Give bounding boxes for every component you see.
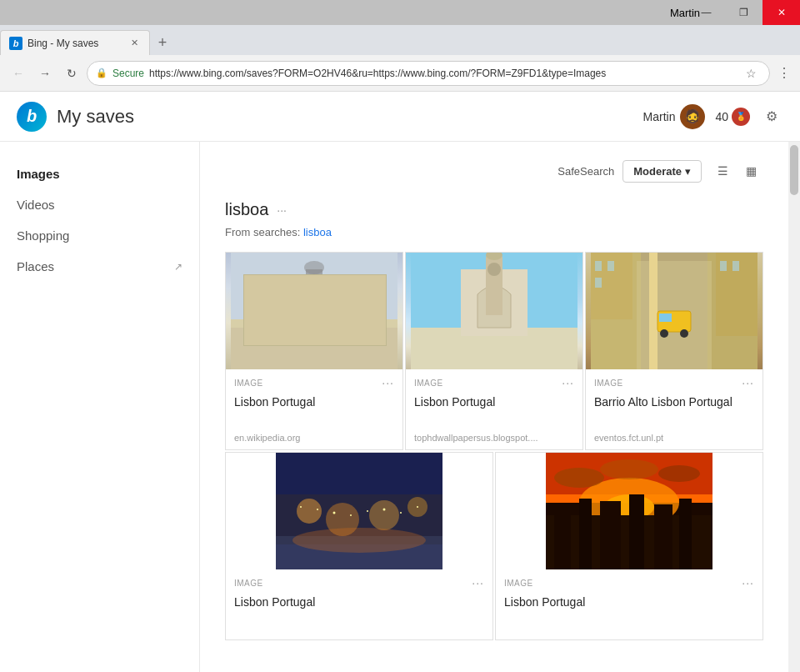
header-right: Martin 🧔 40 🏅 ⚙ [643, 104, 783, 129]
safesearch-dropdown[interactable]: Moderate ▾ [622, 160, 702, 183]
sidebar-item-images-label: Images [17, 167, 60, 181]
svg-point-42 [333, 512, 336, 514]
svg-rect-63 [654, 504, 672, 569]
from-link[interactable]: lisboa [303, 226, 332, 238]
refresh-button[interactable]: ↻ [60, 62, 83, 85]
secure-icon: 🔒 [96, 68, 108, 78]
svg-rect-8 [231, 328, 398, 369]
image-card-2[interactable]: IMAGE ··· Barrio Alto Lisbon Portugal ev… [585, 252, 763, 450]
svg-rect-64 [679, 499, 692, 569]
bookmark-icon[interactable]: ☆ [741, 63, 761, 83]
safesearch-dropdown-arrow: ▾ [685, 165, 691, 178]
restore-button[interactable]: ❐ [725, 0, 762, 25]
card-dots-3[interactable]: ··· [472, 576, 484, 589]
titlebar-buttons: — ❐ ✕ [688, 0, 800, 25]
settings-icon[interactable]: ⚙ [760, 105, 783, 128]
grid-view-button[interactable]: ▦ [738, 158, 763, 183]
image-thumb-2 [586, 253, 762, 369]
tab-close-button[interactable]: ✕ [128, 37, 141, 50]
svg-point-14 [488, 263, 501, 276]
bing-logo: b My saves [17, 102, 134, 132]
card-body-0: IMAGE ··· Lisbon Portugal en.wikipedia.o… [226, 369, 402, 449]
view-buttons: ☰ ▦ [710, 158, 763, 183]
scrollbar[interactable] [788, 142, 800, 672]
scrollbar-thumb[interactable] [790, 145, 798, 195]
collection-more-button[interactable]: ··· [277, 203, 287, 217]
svg-rect-61 [600, 501, 621, 569]
card-dots-1[interactable]: ··· [562, 376, 574, 389]
safesearch-label: SafeSearch [558, 165, 614, 178]
sidebar-item-videos-label: Videos [17, 198, 55, 212]
svg-point-43 [350, 514, 352, 516]
url-text: https://www.bing.com/saves?FORM=O2HV46&r… [149, 68, 736, 79]
sidebar-item-places-label: Places [17, 259, 54, 273]
svg-point-38 [369, 500, 399, 530]
image-thumb-3 [226, 453, 492, 569]
image-card-4[interactable]: IMAGE ··· Lisbon Portugal [495, 452, 763, 640]
image-card-3[interactable]: IMAGE ··· Lisbon Portugal [225, 452, 493, 640]
sidebar-item-shopping-label: Shopping [17, 228, 69, 243]
card-title-4: Lisbon Portugal [504, 594, 754, 626]
sidebar-item-shopping[interactable]: Shopping [0, 220, 199, 251]
forward-button[interactable]: → [33, 62, 57, 85]
card-dots-0[interactable]: ··· [382, 376, 394, 389]
card-dots-2[interactable]: ··· [742, 376, 754, 389]
from-label: From searches: [225, 226, 300, 238]
tab-favicon: b [9, 37, 22, 50]
svg-point-45 [383, 509, 386, 511]
user-name: Martin [643, 110, 676, 123]
card-body-1: IMAGE ··· Lisbon Portugal tophdwallpaper… [406, 369, 582, 449]
safesearch-value: Moderate [633, 165, 682, 178]
bing-logo-icon: b [17, 102, 47, 132]
content-toolbar: SafeSearch Moderate ▾ ☰ ▦ [225, 158, 763, 183]
svg-point-24 [680, 329, 688, 338]
card-type-3: IMAGE ··· [234, 576, 484, 589]
card-source-2: eventos.fct.unl.pt [594, 433, 754, 443]
svg-rect-28 [595, 278, 602, 288]
image-card-1[interactable]: IMAGE ··· Lisbon Portugal tophdwallpaper… [405, 252, 583, 450]
places-arrow-icon: ↗ [174, 261, 182, 273]
reward-section[interactable]: 40 🏅 [715, 108, 750, 126]
svg-point-36 [297, 499, 322, 524]
new-tab-button[interactable]: + [150, 30, 175, 55]
list-view-button[interactable]: ☰ [710, 158, 735, 183]
content-area[interactable]: SafeSearch Moderate ▾ ☰ ▦ lisboa ··· Fro… [200, 142, 788, 672]
collection-from: From searches: lisboa [225, 226, 763, 238]
svg-point-44 [367, 510, 368, 512]
sidebar-item-places[interactable]: Places ↗ [0, 251, 199, 282]
page-title: My saves [57, 106, 134, 128]
svg-rect-31 [732, 261, 739, 271]
browser-content: b My saves Martin 🧔 40 🏅 ⚙ Images Videos [0, 92, 800, 672]
image-card-0[interactable]: IMAGE ··· Lisbon Portugal en.wikipedia.o… [225, 252, 403, 450]
svg-point-46 [400, 512, 402, 514]
reward-count: 40 [715, 110, 728, 123]
svg-rect-62 [629, 494, 644, 569]
card-type-0: IMAGE ··· [234, 376, 394, 389]
bing-header: b My saves Martin 🧔 40 🏅 ⚙ [0, 92, 800, 142]
sidebar-item-images[interactable]: Images [0, 158, 199, 189]
card-source-1: tophdwallpapersus.blogspot.... [414, 433, 574, 443]
sidebar-item-videos[interactable]: Videos [0, 189, 199, 220]
card-dots-4[interactable]: ··· [742, 576, 754, 589]
close-button[interactable]: ✕ [762, 0, 800, 25]
medal-icon: 🏅 [732, 108, 750, 126]
card-title-2: Barrio Alto Lisbon Portugal [594, 394, 754, 426]
tab-bing-saves[interactable]: b Bing - My saves ✕ [0, 30, 150, 55]
image-thumb-0 [226, 253, 402, 369]
image-thumb-1 [406, 253, 582, 369]
browser-menu-button[interactable]: ⋮ [773, 63, 793, 83]
url-bar[interactable]: 🔒 Secure https://www.bing.com/saves?FORM… [87, 61, 770, 86]
svg-point-7 [304, 261, 324, 274]
card-body-2: IMAGE ··· Barrio Alto Lisbon Portugal ev… [586, 369, 762, 449]
tabbar: b Bing - My saves ✕ + [0, 25, 800, 55]
user-section[interactable]: Martin 🧔 [643, 104, 706, 129]
secure-label: Secure [112, 68, 144, 79]
back-button[interactable]: ← [7, 62, 30, 85]
sidebar: Images Videos Shopping Places ↗ [0, 142, 200, 672]
svg-point-41 [317, 509, 318, 510]
svg-rect-59 [554, 503, 571, 569]
svg-point-57 [600, 459, 658, 479]
svg-point-56 [658, 465, 700, 482]
titlebar: Martin — ❐ ✕ [0, 0, 800, 25]
card-title-1: Lisbon Portugal [414, 394, 574, 426]
